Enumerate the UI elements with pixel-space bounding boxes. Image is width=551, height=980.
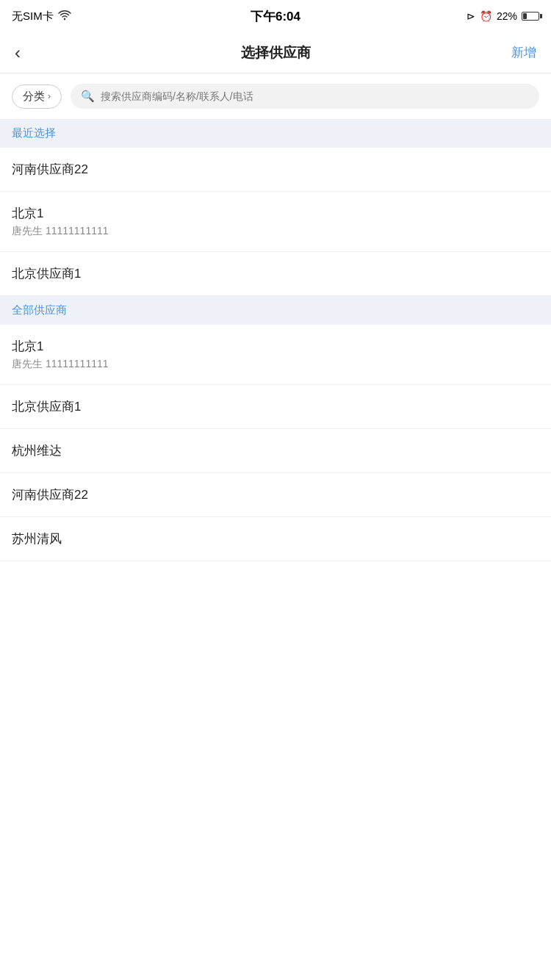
- item-name: 河南供应商22: [12, 486, 539, 503]
- search-icon: 🔍: [81, 90, 95, 103]
- location-icon: ⊳: [467, 10, 475, 22]
- recent-section-label: 最近选择: [12, 126, 56, 139]
- page-title: 选择供应商: [241, 43, 311, 62]
- filter-bar: 分类 › 🔍: [0, 73, 551, 119]
- status-time: 下午6:04: [251, 8, 300, 25]
- back-button[interactable]: ‹: [15, 40, 26, 66]
- item-sub: 唐先生 11111111111: [12, 358, 539, 371]
- carrier-label: 无SIM卡: [12, 10, 54, 24]
- all-list-item[interactable]: 河南供应商22: [0, 473, 551, 517]
- recent-list-item[interactable]: 河南供应商22: [0, 148, 551, 192]
- all-list-item[interactable]: 北京1 唐先生 11111111111: [0, 325, 551, 385]
- battery-percent: 22%: [497, 10, 517, 22]
- alarm-icon: ⏰: [480, 10, 492, 22]
- svg-point-0: [63, 18, 65, 19]
- item-name: 北京1: [12, 205, 539, 222]
- status-right: ⊳ ⏰ 22%: [467, 10, 539, 22]
- all-section-label: 全部供应商: [12, 303, 67, 316]
- item-sub: 唐先生 11111111111: [12, 225, 539, 238]
- battery-icon: [522, 12, 539, 21]
- item-name: 苏州清风: [12, 530, 539, 547]
- search-input[interactable]: [101, 90, 529, 102]
- recent-list: 河南供应商22 北京1 唐先生 11111111111北京供应商1: [0, 148, 551, 296]
- chevron-right-icon: ›: [48, 91, 51, 101]
- item-name: 北京供应商1: [12, 398, 539, 415]
- search-box: 🔍: [71, 84, 539, 109]
- category-label: 分类: [23, 90, 45, 104]
- all-list-item[interactable]: 杭州维达: [0, 429, 551, 473]
- recent-list-item[interactable]: 北京1 唐先生 11111111111: [0, 192, 551, 252]
- all-section-header: 全部供应商: [0, 296, 551, 325]
- status-left: 无SIM卡: [12, 10, 71, 24]
- recent-list-item[interactable]: 北京供应商1: [0, 252, 551, 296]
- item-name: 河南供应商22: [12, 161, 539, 178]
- item-name: 北京1: [12, 338, 539, 355]
- recent-section-header: 最近选择: [0, 119, 551, 148]
- status-bar: 无SIM卡 下午6:04 ⊳ ⏰ 22%: [0, 0, 551, 32]
- add-button[interactable]: 新增: [511, 44, 536, 61]
- category-button[interactable]: 分类 ›: [12, 84, 62, 109]
- nav-bar: ‹ 选择供应商 新增: [0, 32, 551, 73]
- wifi-icon: [58, 10, 71, 23]
- all-list-item[interactable]: 北京供应商1: [0, 385, 551, 429]
- all-list: 北京1 唐先生 11111111111北京供应商1 杭州维达 河南供应商22 苏…: [0, 325, 551, 561]
- item-name: 杭州维达: [12, 442, 539, 459]
- item-name: 北京供应商1: [12, 265, 539, 282]
- all-list-item[interactable]: 苏州清风: [0, 517, 551, 561]
